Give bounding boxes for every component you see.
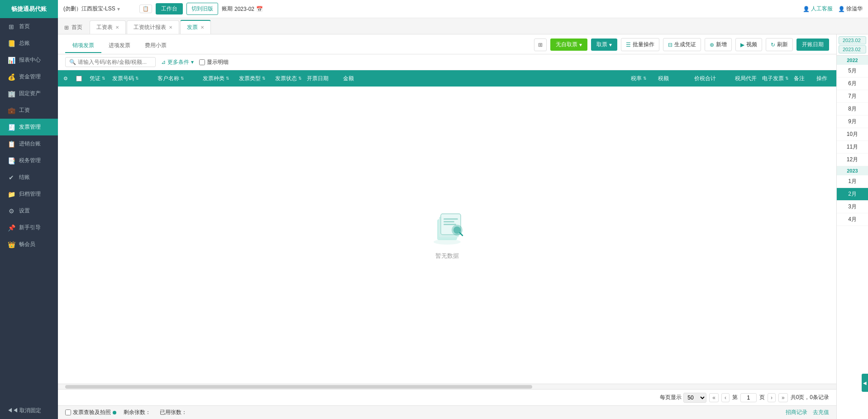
video-button[interactable]: ▶ 视频 xyxy=(735,38,762,51)
per-page-select[interactable]: 20 50 100 xyxy=(683,393,706,403)
no-auto-fetch-button[interactable]: 无自取票 ▾ xyxy=(550,39,587,51)
invoice-tab-close-icon[interactable]: ✕ xyxy=(200,25,204,30)
sidebar-item-sales[interactable]: 📋 进销台账 xyxy=(0,135,58,152)
tabbar: ⊞ 首页 工资表 ✕ 工资统计报表 ✕ 发票 ✕ xyxy=(58,18,868,34)
batch-ops-button[interactable]: ☰ 批量操作 xyxy=(621,38,659,51)
sidebar-item-label: 总账 xyxy=(19,39,30,47)
th-action: 操作 xyxy=(815,75,833,82)
sidebar-item-invoice[interactable]: 🧾 发票管理 xyxy=(0,119,58,135)
page-size-selector[interactable]: 每页显示 20 50 100 xyxy=(660,393,706,403)
scrollbar-thumb xyxy=(65,385,532,389)
month-8[interactable]: 8月 xyxy=(837,103,868,116)
reports-icon: 📊 xyxy=(7,57,15,64)
fetch-invoice-button[interactable]: 取票 ▾ xyxy=(591,39,617,51)
sidebar-item-label: 工资 xyxy=(19,106,30,114)
month-2023-4[interactable]: 4月 xyxy=(837,213,868,226)
page-number-input[interactable] xyxy=(740,393,757,402)
sidebar-item-reports[interactable]: 📊 报表中心 xyxy=(0,52,58,68)
month-2023-2[interactable]: 2月 xyxy=(837,188,868,201)
copy-button[interactable]: 📋 xyxy=(139,5,152,13)
add-new-button[interactable]: ⊕ 新增 xyxy=(705,38,732,51)
sidebar-item-label: 税务管理 xyxy=(19,157,41,164)
sidebar-item-settings[interactable]: ⚙ 设置 xyxy=(0,202,58,219)
tax-rate-sort-icon[interactable]: ⇅ xyxy=(643,76,647,81)
subtab-sales-label: 销项发票 xyxy=(72,42,94,48)
first-page-button[interactable]: « xyxy=(709,393,719,402)
date-panel-period-2[interactable]: 2023.02 xyxy=(839,45,866,53)
horizontal-scrollbar[interactable] xyxy=(58,384,836,389)
next-page-button[interactable]: › xyxy=(768,393,776,402)
th-settings[interactable]: ⚙ xyxy=(62,76,74,82)
refresh-button[interactable]: ↻ 刷新 xyxy=(766,38,793,51)
date-panel-toggle[interactable]: ◀ xyxy=(862,374,868,392)
invoice-check-checkbox[interactable] xyxy=(65,409,71,415)
filter-bar: 🔍 ⊿ 更多条件 ▾ 显示明细 xyxy=(58,54,836,70)
subtab-expense-receipt[interactable]: 费用小票 xyxy=(138,39,174,53)
empty-state: 暂无数据 xyxy=(58,87,836,384)
th-checkbox[interactable] xyxy=(74,76,88,82)
status-sort-icon[interactable]: ⇅ xyxy=(298,76,302,81)
sidebar-item-member[interactable]: 👑 畅会员 xyxy=(0,236,58,253)
date-panel-period-1[interactable]: 2023.02 xyxy=(839,36,866,44)
inner-content: 销项发票 进项发票 费用小票 ⊞ 无自取票 ▾ xyxy=(58,34,836,419)
select-all-checkbox[interactable] xyxy=(76,76,82,82)
go-recharge-link[interactable]: 去充值 xyxy=(813,409,829,416)
month-2023-3[interactable]: 3月 xyxy=(837,201,868,213)
month-9[interactable]: 9月 xyxy=(837,116,868,128)
sidebar-item-settle[interactable]: ✔ 结账 xyxy=(0,169,58,186)
user-profile-button[interactable]: 👤 徐溢华 xyxy=(838,5,863,13)
month-2023-1[interactable]: 1月 xyxy=(837,175,868,188)
customer-sort-icon[interactable]: ⇅ xyxy=(181,76,184,81)
tab-salary-stats[interactable]: 工资统计报表 ✕ xyxy=(127,20,179,34)
prev-page-button[interactable]: ‹ xyxy=(721,393,730,402)
sidebar-item-guide[interactable]: 📌 新手引导 xyxy=(0,219,58,236)
last-page-button[interactable]: » xyxy=(778,393,788,402)
e-invoice-sort-icon[interactable]: ⇅ xyxy=(785,76,789,81)
invoice-type-sort-icon[interactable]: ⇅ xyxy=(226,76,229,81)
sidebar-item-label: 报表中心 xyxy=(19,56,41,64)
grid-layout-button[interactable]: ⊞ xyxy=(534,39,547,51)
invoice-type2-sort-icon[interactable]: ⇅ xyxy=(262,76,266,81)
video-icon: ▶ xyxy=(740,42,744,48)
tab-home[interactable]: ⊞ 首页 xyxy=(58,21,89,34)
subtab-purchase-invoice[interactable]: 进项发票 xyxy=(101,39,138,53)
month-5[interactable]: 5月 xyxy=(837,65,868,77)
switch-version-button[interactable]: 切到旧版 xyxy=(186,3,218,15)
subtab-sales-invoice[interactable]: 销项发票 xyxy=(65,39,101,53)
sidebar-item-tax[interactable]: 📑 税务管理 xyxy=(0,152,58,169)
salary-tab-close-icon[interactable]: ✕ xyxy=(115,25,119,30)
show-detail-checkbox-wrap[interactable]: 显示明细 xyxy=(199,58,229,66)
month-11[interactable]: 11月 xyxy=(837,141,868,154)
sidebar-unpin-button[interactable]: ◀◀ 取消固定 xyxy=(0,402,58,419)
month-7[interactable]: 7月 xyxy=(837,90,868,103)
salary-stats-tab-close-icon[interactable]: ✕ xyxy=(169,25,172,30)
month-12[interactable]: 12月 xyxy=(837,154,868,166)
more-conditions-button[interactable]: ⊿ 更多条件 ▾ xyxy=(161,58,194,66)
month-10[interactable]: 10月 xyxy=(837,128,868,141)
customer-service-button[interactable]: 👤 人工客服 xyxy=(803,5,833,13)
sidebar-item-assets[interactable]: 🏢 固定资产 xyxy=(0,85,58,102)
sidebar-item-salary[interactable]: 💼 工资 xyxy=(0,102,58,119)
workbench-button[interactable]: 工作台 xyxy=(156,3,183,14)
recharge-record-link[interactable]: 招商记录 xyxy=(786,409,807,416)
sidebar-item-archive[interactable]: 📁 归档管理 xyxy=(0,186,58,202)
gen-voucher-button[interactable]: ⊟ 生成凭证 xyxy=(663,38,701,51)
tab-salary-table[interactable]: 工资表 ✕ xyxy=(90,20,126,34)
sidebar-item-funds[interactable]: 💰 资金管理 xyxy=(0,68,58,85)
subtab-bar: 销项发票 进项发票 费用小票 ⊞ 无自取票 ▾ xyxy=(58,34,836,54)
sidebar-item-home[interactable]: ⊞ 首页 xyxy=(0,18,58,35)
th-status: 发票状态 ⇅ xyxy=(273,75,305,82)
sidebar-item-label: 设置 xyxy=(19,207,30,215)
sidebar-bottom-label: ◀◀ 取消固定 xyxy=(7,407,41,414)
company-selector[interactable]: (勿删）江西股宝-LSS ▾ xyxy=(63,5,136,13)
invoice-tab-label: 发票 xyxy=(187,24,198,31)
search-icon: 🔍 xyxy=(69,59,76,65)
invoice-no-sort-icon[interactable]: ⇅ xyxy=(135,76,139,81)
month-6[interactable]: 6月 xyxy=(837,77,868,90)
open-period-button[interactable]: 开账日期 xyxy=(796,39,829,51)
sidebar-item-ledger[interactable]: 📒 总账 xyxy=(0,35,58,52)
search-input[interactable] xyxy=(78,59,152,65)
show-detail-checkbox[interactable] xyxy=(199,59,205,65)
tab-invoice[interactable]: 发票 ✕ xyxy=(180,20,211,34)
cert-sort-icon[interactable]: ⇅ xyxy=(102,76,105,81)
